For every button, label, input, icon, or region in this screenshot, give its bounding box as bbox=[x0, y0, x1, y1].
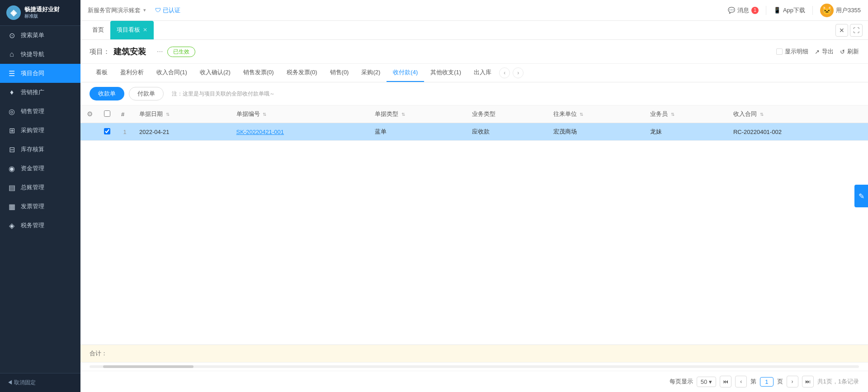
floating-edit-button[interactable]: ✎ bbox=[854, 185, 868, 207]
sidebar-item-tax[interactable]: ◈ 税务管理 bbox=[0, 216, 80, 235]
sidebar-item-contract[interactable]: ☰ 项目合同 bbox=[0, 64, 80, 83]
account-selector[interactable]: 新服务官网演示账套 ▾ bbox=[88, 6, 146, 14]
show-detail-label: 显示明细 bbox=[785, 48, 808, 56]
app-download-button[interactable]: 📱 App下载 bbox=[774, 6, 805, 14]
project-header: 项目： 建筑安装 ··· 已生效 显示明细 ↗ 导出 ↺ 刷新 bbox=[80, 40, 868, 64]
settings-icon[interactable]: ⚙ bbox=[87, 110, 93, 118]
row-checkbox[interactable] bbox=[104, 128, 110, 134]
sidebar-item-label: 资金管理 bbox=[21, 164, 44, 172]
sub-tab-income-contract[interactable]: 收入合同(1) bbox=[150, 64, 193, 82]
sidebar-item-search[interactable]: ⊙ 搜索菜单 bbox=[0, 26, 80, 45]
sub-tab-kanban[interactable]: 看板 bbox=[90, 64, 114, 82]
next-page-button[interactable]: › bbox=[787, 376, 798, 387]
sub-tab-sales[interactable]: 销售(0) bbox=[324, 64, 355, 82]
prev-page-button[interactable]: ‹ bbox=[735, 376, 747, 387]
scrollbar-thumb[interactable] bbox=[103, 365, 193, 368]
sidebar-item-purchase[interactable]: ⊞ 采购管理 bbox=[0, 121, 80, 140]
sub-tab-sales-invoice[interactable]: 销售发票(0) bbox=[237, 64, 280, 82]
tab-home-label: 首页 bbox=[92, 26, 104, 34]
td-settings bbox=[80, 123, 99, 141]
td-checkbox[interactable] bbox=[99, 123, 116, 141]
th-code[interactable]: 单据编号 ⇅ bbox=[231, 105, 370, 123]
th-settings[interactable]: ⚙ bbox=[80, 105, 99, 123]
sidebar-item-label: 快捷导航 bbox=[21, 50, 44, 58]
topbar-divider-2 bbox=[812, 6, 813, 15]
page-size-selector[interactable]: 50 ▾ bbox=[697, 377, 716, 387]
quicknav-icon: ⌂ bbox=[7, 50, 16, 59]
current-page-number[interactable]: 1 bbox=[760, 377, 773, 387]
tab-home[interactable]: 首页 bbox=[86, 21, 110, 39]
main-content: 新服务官网演示账套 ▾ 🛡 已认证 💬 消息 1 📱 App下载 🐱 用 bbox=[80, 0, 868, 392]
td-code[interactable]: SK-20220421-001 bbox=[231, 123, 370, 141]
td-date: 2022-04-21 bbox=[134, 123, 231, 141]
th-checkbox[interactable] bbox=[99, 105, 116, 123]
sidebar-footer-label: ◀ 取消固定 bbox=[7, 379, 36, 387]
messages-badge: 1 bbox=[751, 7, 759, 14]
td-salesperson: 龙妹 bbox=[645, 123, 728, 141]
maximize-window-button[interactable]: ⛶ bbox=[850, 24, 863, 37]
sidebar-item-label: 营销推广 bbox=[21, 88, 44, 96]
project-more-button[interactable]: ··· bbox=[157, 48, 163, 56]
sub-tab-inout[interactable]: 出入库 bbox=[467, 64, 498, 82]
th-salesperson[interactable]: 业务员 ⇅ bbox=[645, 105, 728, 123]
th-partner[interactable]: 往来单位 ⇅ bbox=[548, 105, 645, 123]
page-size-value: 50 bbox=[701, 378, 707, 385]
tab-project-board[interactable]: 项目看板 ✕ bbox=[110, 21, 154, 39]
tax-icon: ◈ bbox=[7, 221, 16, 230]
app-download-label: App下载 bbox=[783, 6, 805, 14]
project-header-actions: 显示明细 ↗ 导出 ↺ 刷新 bbox=[776, 48, 859, 56]
search-menu-icon: ⊙ bbox=[7, 31, 16, 40]
th-date[interactable]: 单据日期 ⇅ bbox=[134, 105, 231, 123]
sub-tab-next-btn[interactable]: › bbox=[513, 67, 524, 78]
last-page-button[interactable]: ⏭ bbox=[802, 376, 814, 387]
user-profile-button[interactable]: 🐱 用户3355 bbox=[820, 4, 861, 17]
sub-tab-other-expense[interactable]: 其他收支(1) bbox=[424, 64, 467, 82]
sidebar-item-marketing[interactable]: ♦ 营销推广 bbox=[0, 83, 80, 102]
chevron-down-icon: ▾ bbox=[709, 378, 712, 385]
app-logo-icon: ◈ bbox=[6, 5, 21, 20]
sidebar-item-quicknav[interactable]: ⌂ 快捷导航 bbox=[0, 45, 80, 64]
first-page-button[interactable]: ⏮ bbox=[720, 376, 731, 387]
project-status-badge: 已生效 bbox=[167, 47, 195, 57]
sidebar-item-sales[interactable]: ◎ 销售管理 bbox=[0, 102, 80, 121]
sidebar-item-ledger[interactable]: ▤ 总账管理 bbox=[0, 178, 80, 197]
table-scrollbar-row bbox=[80, 362, 868, 371]
sub-tab-receipt[interactable]: 收付款(4) bbox=[387, 64, 424, 82]
table-row[interactable]: 1 2022-04-21 SK-20220421-001 蓝单 应收款 宏茂商场… bbox=[80, 123, 868, 141]
th-income-contract[interactable]: 收入合同 ⇅ bbox=[728, 105, 868, 123]
refresh-icon: ↺ bbox=[840, 48, 845, 55]
app-title: 畅捷通好业财 bbox=[24, 6, 60, 14]
record-link[interactable]: SK-20220421-001 bbox=[236, 129, 284, 135]
sub-tab-tax-invoice[interactable]: 税务发票(0) bbox=[280, 64, 324, 82]
payment-tab-button[interactable]: 付款单 bbox=[129, 87, 164, 100]
export-label: 导出 bbox=[822, 48, 834, 56]
horizontal-scrollbar[interactable] bbox=[90, 365, 859, 368]
sub-tab-purchase[interactable]: 采购(2) bbox=[355, 64, 387, 82]
topbar-right: 💬 消息 1 📱 App下载 🐱 用户3355 bbox=[728, 4, 861, 17]
page-content: 项目： 建筑安装 ··· 已生效 显示明细 ↗ 导出 ↺ 刷新 bbox=[80, 40, 868, 392]
sidebar-logo: ◈ 畅捷通好业财 标准版 bbox=[0, 0, 80, 26]
th-type[interactable]: 单据类型 ⇅ bbox=[369, 105, 467, 123]
tab-close-icon[interactable]: ✕ bbox=[143, 27, 147, 33]
refresh-button[interactable]: ↺ 刷新 bbox=[840, 48, 859, 56]
sidebar-unpin-button[interactable]: ◀ 取消固定 bbox=[0, 373, 80, 392]
show-detail-checkbox[interactable]: 显示明细 bbox=[776, 48, 808, 56]
checkbox-icon[interactable] bbox=[776, 48, 783, 55]
sidebar-item-invoice[interactable]: ▦ 发票管理 bbox=[0, 197, 80, 216]
messages-button[interactable]: 💬 消息 1 bbox=[728, 6, 759, 14]
sub-tab-income-confirm[interactable]: 收入确认(2) bbox=[193, 64, 237, 82]
receipt-tab-button[interactable]: 收款单 bbox=[90, 87, 124, 100]
sidebar-item-inventory[interactable]: ⊟ 库存核算 bbox=[0, 140, 80, 159]
sub-tab-prev-btn[interactable]: ‹ bbox=[499, 67, 510, 78]
export-button[interactable]: ↗ 导出 bbox=[815, 48, 834, 56]
sidebar-item-finance[interactable]: ◉ 资金管理 bbox=[0, 159, 80, 178]
td-num: 1 bbox=[116, 123, 134, 141]
select-all-checkbox[interactable] bbox=[104, 110, 110, 117]
contract-icon: ☰ bbox=[7, 69, 16, 78]
table-footer-total: 合计： bbox=[80, 344, 868, 362]
sidebar-item-label: 税务管理 bbox=[21, 221, 44, 229]
close-window-button[interactable]: ✕ bbox=[835, 24, 848, 37]
shield-icon: 🛡 bbox=[155, 7, 161, 14]
sub-tab-profit[interactable]: 盈利分析 bbox=[114, 64, 150, 82]
phone-icon: 📱 bbox=[774, 7, 781, 14]
